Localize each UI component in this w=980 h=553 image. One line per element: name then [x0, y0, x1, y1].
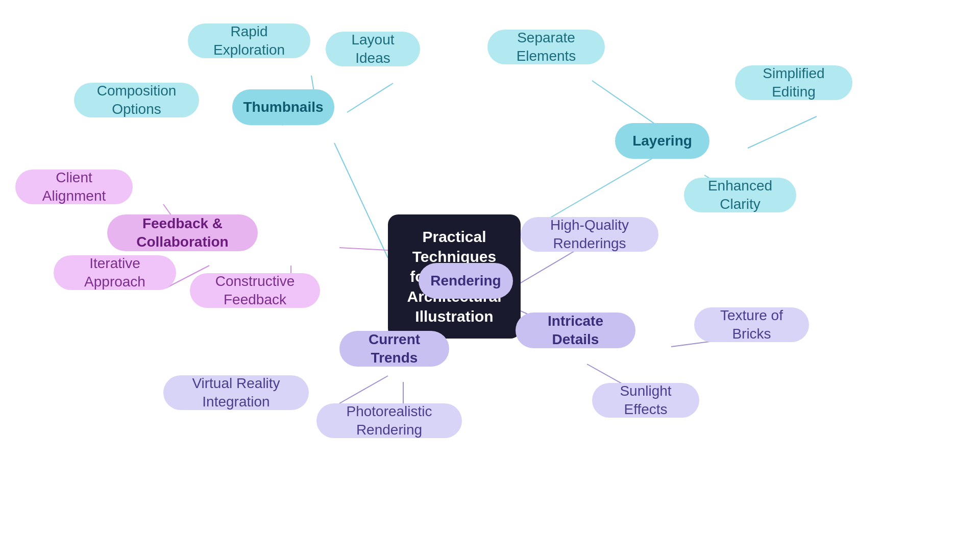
rendering-node[interactable]: Rendering — [419, 263, 513, 299]
constructive-feedback-node[interactable]: Constructive Feedback — [190, 273, 320, 308]
separate-elements-node[interactable]: Separate Elements — [487, 30, 605, 64]
high-quality-renderings-node[interactable]: High-Quality Renderings — [521, 217, 658, 252]
svg-line-6 — [748, 116, 817, 148]
svg-line-8 — [339, 248, 388, 250]
simplified-editing-node[interactable]: Simplified Editing — [735, 65, 852, 100]
composition-options-node[interactable]: Composition Options — [74, 83, 199, 117]
virtual-reality-integration-node[interactable]: Virtual Reality Integration — [163, 375, 309, 410]
feedback-collab-node[interactable]: Feedback & Collaboration — [107, 214, 258, 251]
texture-of-bricks-node[interactable]: Texture of Bricks — [694, 307, 809, 342]
enhanced-clarity-node[interactable]: Enhanced Clarity — [684, 178, 796, 212]
svg-line-18 — [339, 376, 388, 403]
svg-line-13 — [516, 250, 577, 286]
iterative-approach-node[interactable]: Iterative Approach — [54, 255, 176, 290]
photorealistic-rendering-node[interactable]: Photorealistic Rendering — [316, 403, 462, 438]
svg-line-0 — [334, 143, 388, 258]
layout-ideas-node[interactable]: Layout Ideas — [326, 32, 420, 66]
intricate-details-node[interactable]: Intricate Details — [516, 312, 635, 348]
layering-node[interactable]: Layering — [615, 123, 709, 159]
svg-line-15 — [671, 342, 709, 347]
rapid-exploration-node[interactable]: Rapid Exploration — [188, 23, 310, 58]
thumbnails-node[interactable]: Thumbnails — [232, 89, 334, 125]
client-alignment-node[interactable]: Client Alignment — [15, 170, 133, 204]
current-trends-node[interactable]: Current Trends — [339, 331, 449, 367]
svg-line-3 — [347, 83, 393, 112]
sunlight-effects-node[interactable]: Sunlight Effects — [592, 383, 699, 418]
